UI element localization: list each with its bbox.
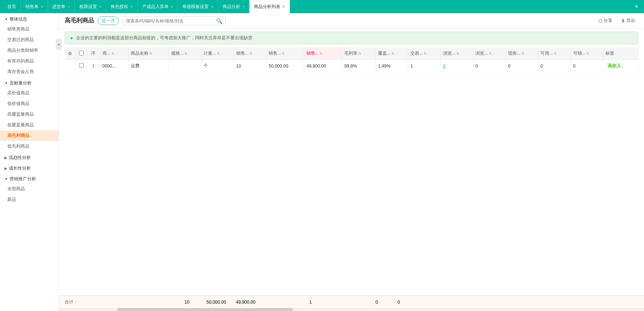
- sidebar-item-category-rate[interactable]: 商品分类助销率: [0, 45, 58, 56]
- table-header-row: ⚙ 序 商... ⇅: [65, 47, 638, 60]
- sidebar-group-contribution-title[interactable]: ▼ 贡献量分析: [0, 77, 58, 88]
- nav-tab-product-storage[interactable]: 产成品入库单 ×: [138, 0, 178, 13]
- sidebar-item-high-coverage[interactable]: 高覆盖量商品: [0, 109, 58, 120]
- close-icon[interactable]: ×: [242, 4, 245, 9]
- footer-total: 合计： 10 50,000.00 49,900.00 1: [59, 295, 644, 308]
- nav-tab-permissions[interactable]: 权限设置 ×: [75, 0, 106, 13]
- sidebar-item-in-stock[interactable]: 有库存的商品: [0, 56, 58, 66]
- row-browse1[interactable]: 0: [440, 60, 473, 72]
- row-available-stock: 0: [538, 60, 571, 72]
- info-icon: ✦: [69, 35, 74, 41]
- arrow-right-icon: ▶: [4, 166, 7, 170]
- col-unit-header[interactable]: 计量... ⇅: [201, 47, 234, 60]
- sidebar-item-stock-capital[interactable]: 库存资金占用: [0, 66, 58, 77]
- sidebar-item-high-margin[interactable]: 高毛利商品: [0, 130, 58, 141]
- nav-tab-roles[interactable]: 角色授权 ×: [106, 0, 137, 13]
- row-select-checkbox[interactable]: [79, 63, 84, 68]
- col-browse1-header[interactable]: 浏览... ⇅: [440, 47, 473, 60]
- col-available-stock-header[interactable]: 可用... ⇅: [538, 47, 571, 60]
- sort-icon: ⇅: [424, 51, 427, 55]
- search-input[interactable]: [126, 18, 215, 23]
- header-actions: ⬡ 分享 ⬇ 导出: [596, 16, 638, 25]
- sidebar-item-high-value[interactable]: 高价值商品: [0, 88, 58, 98]
- arrow-right-icon: ▶: [4, 156, 7, 160]
- time-filter-button[interactable]: 近一月: [98, 17, 119, 25]
- row-browse2: 0: [473, 60, 506, 72]
- export-button[interactable]: ⬇ 导出: [618, 16, 638, 25]
- sidebar-item-all-goods[interactable]: 全部商品: [0, 184, 58, 194]
- share-icon: ⬡: [598, 18, 602, 23]
- sort-icon: ⇅: [184, 51, 187, 55]
- sidebar-item-traded-goods[interactable]: 交易过的商品: [0, 35, 58, 45]
- sidebar-collapse-button[interactable]: «: [56, 39, 62, 50]
- top-nav: 首页 销售单 × 进货单 × 权限设置 × 角色授权 × 产成品入库单 × 单据…: [0, 0, 644, 13]
- close-icon[interactable]: ×: [171, 4, 173, 9]
- close-icon[interactable]: ×: [68, 4, 70, 9]
- sidebar-item-low-coverage[interactable]: 低覆盖量商品: [0, 120, 58, 130]
- col-sale-profit-header[interactable]: 销售... ⇅: [304, 47, 342, 60]
- sidebar-item-low-value[interactable]: 低价值商品: [0, 98, 58, 109]
- nav-tab-home[interactable]: 首页: [3, 0, 21, 13]
- search-box[interactable]: 🔍: [123, 17, 226, 25]
- arrow-down-icon: ▼: [4, 81, 8, 85]
- close-icon[interactable]: ×: [283, 4, 285, 9]
- sidebar-group-marketing-title[interactable]: ▼ 营销推广分析: [0, 173, 58, 184]
- sidebar-group-growth: ▶ 成长性分析: [0, 162, 58, 173]
- sidebar: ▼ 整体信息 销售类商品 交易过的商品 商品分类助销率 有库存的商品 库存资金占…: [0, 13, 59, 311]
- col-browse2-header[interactable]: 浏览... ⇅: [473, 47, 506, 60]
- col-settings[interactable]: ⚙: [65, 47, 76, 60]
- row-sale-count: 10: [234, 60, 266, 72]
- sort-icon: ⇅: [320, 51, 323, 55]
- footer-available-stock: 0: [395, 300, 417, 305]
- sidebar-item-new-goods[interactable]: 新品: [0, 194, 58, 205]
- close-icon[interactable]: ×: [211, 4, 213, 9]
- arrow-down-icon: ▼: [4, 177, 8, 181]
- sort-icon: ⇅: [111, 51, 114, 55]
- nav-tab-template[interactable]: 单据模板设置 ×: [178, 0, 218, 13]
- row-coverage: 1.49%: [375, 60, 408, 72]
- nav-tab-purchase[interactable]: 进货单 ×: [48, 0, 75, 13]
- row-code: 0000...: [100, 60, 128, 72]
- page-title: 高毛利商品: [65, 17, 94, 25]
- sidebar-group-growth-title[interactable]: ▶ 成长性分析: [0, 162, 58, 173]
- select-all-checkbox[interactable]: [79, 51, 84, 55]
- col-sale-amount-header[interactable]: 销售... ⇅: [266, 47, 304, 60]
- col-code-header[interactable]: 商... ⇅: [100, 47, 128, 60]
- row-checkbox[interactable]: [76, 60, 87, 72]
- close-icon[interactable]: ×: [41, 4, 43, 9]
- sort-icon: ⇅: [489, 51, 492, 55]
- close-icon[interactable]: ×: [99, 4, 101, 9]
- nav-tab-product-analysis-list[interactable]: 商品分析列表 ×: [249, 0, 289, 13]
- col-sale-count-header[interactable]: 销售... ⇅: [234, 47, 266, 60]
- arrow-down-icon: ▼: [4, 17, 8, 21]
- sidebar-group-trend-title[interactable]: ▶ 流趋性分析: [0, 152, 58, 162]
- col-coverage-header[interactable]: 覆盖... ⇅: [375, 47, 408, 60]
- sort-icon: ⇅: [586, 51, 589, 55]
- sidebar-item-low-margin[interactable]: 低毛利商品: [0, 141, 58, 152]
- col-saleable-stock-header[interactable]: 可销... ⇅: [571, 47, 603, 60]
- footer-sale-amount: 50,000.00: [204, 300, 234, 305]
- info-banner: ✦ 企业的主要的利润都是这部分商品创造的，可考虑加大推广，同时关注库存是不要出现…: [65, 32, 638, 44]
- col-name-header[interactable]: 商品名称 ⇅: [128, 47, 169, 60]
- nav-tab-sales[interactable]: 销售单 ×: [21, 0, 48, 13]
- row-saleable-stock: 0: [571, 60, 603, 72]
- sort-icon: ⇅: [217, 51, 220, 55]
- col-current-stock-header[interactable]: 现有... ⇅: [506, 47, 538, 60]
- sort-icon: ⇅: [391, 51, 394, 55]
- sidebar-group-overall-title[interactable]: ▼ 整体信息: [0, 13, 58, 24]
- col-gross-rate-header[interactable]: 毛利率 ⇅: [342, 47, 376, 60]
- sidebar-item-sales-goods[interactable]: 销售类商品: [0, 24, 58, 35]
- search-icon[interactable]: 🔍: [216, 18, 222, 24]
- main-area: ▼ 整体信息 销售类商品 交易过的商品 商品分类助销率 有库存的商品 库存资金占…: [0, 13, 644, 311]
- settings-icon[interactable]: ⚙: [68, 51, 72, 56]
- col-spec-header[interactable]: 规格... ⇅: [169, 47, 201, 60]
- col-checkbox[interactable]: [76, 47, 87, 60]
- close-all-button[interactable]: ×: [632, 3, 641, 10]
- col-tag-header[interactable]: 标签: [603, 47, 638, 60]
- share-button[interactable]: ⬡ 分享: [596, 16, 615, 25]
- close-icon[interactable]: ×: [130, 4, 133, 9]
- col-transaction-header[interactable]: 交易... ⇅: [408, 47, 440, 60]
- nav-tab-product-analysis[interactable]: 商品分析 ×: [218, 0, 249, 13]
- row-gross-rate: 99.8%: [342, 60, 376, 72]
- bottom-scrollbar[interactable]: [59, 308, 644, 311]
